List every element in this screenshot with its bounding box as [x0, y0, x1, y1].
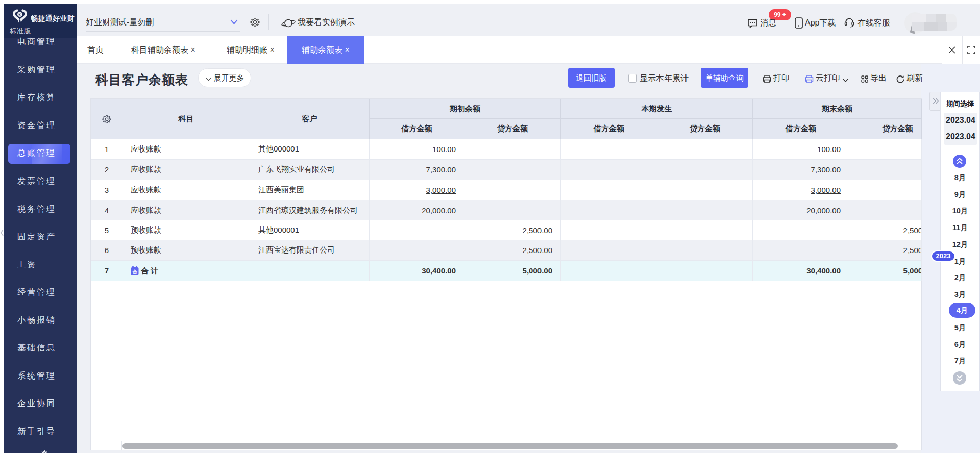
- svg-text:合: 合: [133, 269, 138, 274]
